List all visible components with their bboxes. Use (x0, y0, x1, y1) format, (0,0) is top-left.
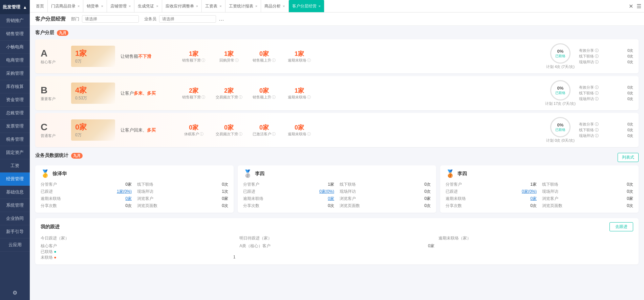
linked-pct-A: 0% (557, 49, 564, 54)
tab-2[interactable]: 销货单× (83, 0, 107, 12)
followup-header: 我的跟进 去跟进 (41, 222, 633, 231)
sidebar-item-7[interactable]: 总账管理 (0, 107, 30, 120)
tab-close-1[interactable]: × (78, 4, 80, 8)
tab-close-5[interactable]: × (196, 4, 198, 8)
staff-stat-label-0-1: 线下联络 (137, 182, 153, 187)
tab-1[interactable]: 门店商品目录× (48, 0, 83, 12)
tier-metrics-B: 2家销售额下滑 ⓘ2家交易频次下滑 ⓘ0家销售额上升 ⓘ1家逾期未联络 ⓘ (180, 87, 542, 100)
staff-stat-label-1-7: 浏览页面数 (340, 203, 360, 209)
tab-close-7[interactable]: × (255, 4, 257, 8)
staff-stat-val-2-5: 0家 (627, 196, 633, 202)
side-stat-C-0: 有效分享 ⓘ0次 (579, 122, 633, 127)
sidebar-toggle-icon[interactable]: ▲ (23, 5, 27, 10)
sidebar-item-10[interactable]: 固定资产 (0, 146, 30, 159)
sidebar-item-1[interactable]: 销售管理 (0, 27, 30, 41)
staff-stat-val-0-0: 0家 (125, 182, 132, 187)
sidebar-footer-settings[interactable]: ⚙ (0, 285, 30, 300)
tomorrow-row-1-val: 0家 (428, 243, 434, 249)
tier-stats-main-B: 4家0.53万 (71, 83, 115, 104)
tab-7[interactable]: 工资统计报表× (226, 0, 261, 12)
tab-close-2[interactable]: × (101, 4, 103, 8)
tab-9[interactable]: 客户分层经营× (289, 0, 324, 12)
staff-stat-val-0-3: 1次 (222, 189, 228, 194)
tab-menu-icon[interactable]: ☰ (637, 3, 641, 9)
staff-stat-row-0-7: 浏览页面数0次 (137, 203, 228, 209)
sidebar-item-17[interactable]: 云应用 (0, 238, 30, 252)
tab-label-4: 生成凭证 (138, 3, 154, 9)
metric-box-C-2: 0家已激活客户 ⓘ (251, 123, 278, 137)
staff-stat-row-0-3: 现场拜访1次 (137, 189, 228, 194)
staff-stat-row-0-4: 逾期未联络0家 (41, 196, 132, 202)
sidebar-item-9[interactable]: 税务管理 (0, 133, 30, 146)
staff-stat-val-2-7: 0次 (627, 203, 633, 209)
tier-label-C: C普通客户 (41, 122, 71, 138)
tier-slogan-C: 让客户回来、多买 (121, 127, 175, 133)
staff-stat-val-0-4[interactable]: 0家 (125, 196, 132, 202)
staff-stat-val-1-2[interactable]: 0家(0%) (319, 189, 334, 194)
staff-stat-row-1-4: 逾期未联络0家 (243, 196, 334, 202)
linked-sub-A: 计划 4次 (7天/次) (546, 64, 575, 69)
tab-3[interactable]: 店铺管理× (107, 0, 134, 12)
staff-stat-val-2-2[interactable]: 0家(0%) (522, 189, 537, 194)
linked-pct-B: 0% (557, 86, 564, 91)
tab-close-4[interactable]: × (156, 4, 158, 8)
staff-select[interactable] (159, 15, 216, 23)
tab-4[interactable]: 生成凭证× (134, 0, 162, 12)
tier-amount-B: 0.53万 (75, 95, 111, 101)
sidebar-item-13[interactable]: 基础信息 (0, 186, 30, 199)
side-stat-val-C-1: 0次 (627, 128, 633, 133)
tab-close-6[interactable]: × (219, 4, 221, 8)
metric-val-C-1: 0家 (224, 123, 234, 132)
tab-0[interactable]: 首页 (33, 0, 48, 12)
staff-stat-val-1-7: 0次 (424, 203, 431, 209)
content-area: 客户分层 九月 A核心客户1家0万让销售额不下滑1家销售额下滑 ⓘ1家回购异常 … (30, 26, 644, 300)
staff-stat-label-1-0: 分管客户 (243, 182, 259, 187)
side-stat-A-1: 线下联络 ⓘ0次 (579, 54, 633, 59)
tier-label-B: B重要客户 (41, 85, 71, 101)
tab-close-all-icon[interactable]: ✕ (629, 3, 633, 9)
tab-6[interactable]: 工资表× (202, 0, 225, 12)
sidebar-item-5[interactable]: 库存核算 (0, 80, 30, 93)
today-row-2: 已联络 ● (41, 249, 235, 255)
sidebar-item-6[interactable]: 资金管理 (0, 93, 30, 107)
filter-more-icon[interactable]: … (219, 16, 224, 22)
go-followup-button[interactable]: 去跟进 (609, 222, 633, 231)
tab-8[interactable]: 商品分析× (261, 0, 288, 12)
dept-select[interactable] (82, 15, 139, 23)
linked-text-B: 已联络 (555, 91, 565, 95)
sidebar-item-8[interactable]: 发票管理 (0, 120, 30, 133)
sidebar-item-3[interactable]: 电商管理 (0, 54, 30, 67)
sidebar-item-0[interactable]: 营销推广 (0, 14, 30, 27)
metric-val-A-1: 1家 (224, 50, 234, 58)
staff-stat-val-1-4[interactable]: 0家 (328, 196, 334, 202)
tier-title-text: 客户分层 (35, 30, 54, 36)
staff-avatar-2: 🥉 (446, 169, 455, 178)
staff-stat-label-0-4: 逾期未联络 (41, 196, 61, 202)
list-view-button[interactable]: 列表式 (618, 153, 639, 162)
sidebar-item-12[interactable]: 经营管理 (0, 172, 30, 186)
sidebar-item-14[interactable]: 系统管理 (0, 199, 30, 212)
tier-letter-A: A (41, 48, 71, 59)
staff-stat-val-0-2[interactable]: 1家(0%) (117, 189, 132, 194)
side-stat-label-B-0: 有效分享 ⓘ (579, 85, 599, 90)
staff-stat-val-2-4[interactable]: 0家 (530, 196, 537, 202)
tab-label-5: 应收应付调整单 (166, 3, 194, 9)
sidebar-item-4[interactable]: 采购管理 (0, 67, 30, 80)
sidebar-header[interactable]: 批发管理 ▲ (0, 0, 30, 14)
sidebar-item-11[interactable]: 工资 (0, 159, 30, 172)
tab-close-9[interactable]: × (319, 4, 321, 8)
staff-stat-val-2-1: 0次 (627, 182, 633, 187)
tier-slogan-highlight-B: 多来、多买 (134, 91, 156, 96)
sidebar-item-16[interactable]: 新手引导 (0, 225, 30, 238)
tab-close-3[interactable]: × (129, 4, 131, 8)
tier-row-A: A核心客户1家0万让销售额不下滑1家销售额下滑 ⓘ1家回购异常 ⓘ0家销售额上升… (35, 39, 639, 73)
metric-label-C-2: 已激活客户 ⓘ (253, 132, 276, 137)
sidebar-item-2[interactable]: 小畅电商 (0, 41, 30, 54)
tab-5[interactable]: 应收应付调整单× (162, 0, 202, 12)
sidebar-item-15[interactable]: 企业协同 (0, 212, 30, 225)
metric-box-A-0: 1家销售额下滑 ⓘ (180, 50, 207, 63)
staff-stat-val-0-6: 0次 (125, 203, 132, 209)
tab-close-8[interactable]: × (283, 4, 285, 8)
page-header: 客户分层经营 部门 业务员 … (30, 13, 644, 26)
staff-stat-row-0-6: 分享次数0次 (41, 203, 132, 209)
